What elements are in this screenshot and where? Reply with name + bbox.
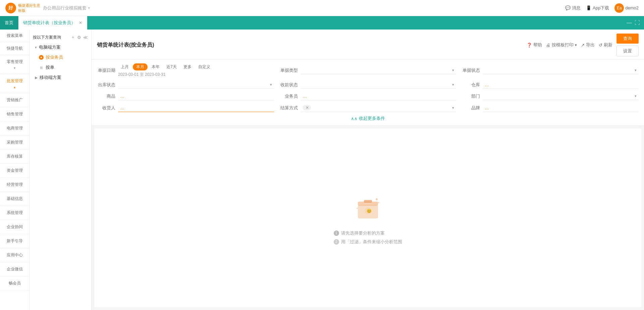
help-btn[interactable]: ❓ 帮助 bbox=[527, 42, 542, 48]
wholesale-arrow: ▴ bbox=[14, 85, 15, 89]
goods-dots: … bbox=[120, 94, 124, 99]
svg-point-6 bbox=[378, 202, 379, 203]
date-tab-this-month[interactable]: 本月 bbox=[133, 63, 148, 70]
template-print-btn[interactable]: 🖨 按模板打印 ▾ bbox=[546, 42, 577, 48]
breadcrumb: 办公用品行业模拟账套 ▾ bbox=[43, 5, 90, 11]
sidebar-item-ecommerce[interactable]: 电商管理 bbox=[0, 121, 29, 136]
tab-bar-actions: — ⛶ bbox=[627, 20, 644, 26]
sidebar-item-quick-nav[interactable]: 快捷导航 bbox=[0, 42, 29, 55]
content-area: 销货单统计表(按业务员) ❓ 帮助 🖨 按模板打印 ▾ ↗ 导出 ↺ 刷新 bbox=[92, 30, 644, 310]
sidebar-item-wechat[interactable]: 企业微信 bbox=[0, 262, 29, 276]
sidebar-item-app-center[interactable]: 应用中心 bbox=[0, 248, 29, 262]
page-title: 销货单统计表(按业务员) bbox=[97, 42, 154, 49]
sidebar-item-search-menu[interactable]: 搜索菜单 bbox=[0, 30, 29, 42]
settings-scheme-icon[interactable]: ⚙ bbox=[77, 35, 81, 40]
avatar: Ea bbox=[614, 3, 624, 13]
sidebar-item-marketing[interactable]: 营销推广 bbox=[0, 93, 29, 107]
newbie-label: 新手引导 bbox=[7, 238, 23, 244]
export-btn[interactable]: ↗ 导出 bbox=[581, 42, 595, 48]
sidebar-item-sales[interactable]: 销售管理 bbox=[0, 107, 29, 121]
payment-item: 结算方式 ✕ ▾ bbox=[279, 104, 457, 112]
message-btn[interactable]: 💬 消息 bbox=[565, 5, 581, 11]
quick-nav-label: 快捷导航 bbox=[3, 46, 26, 51]
empty-tips: 1 请先选择要分析的方案 2 用「过滤」条件来缩小分析范围 bbox=[334, 229, 402, 246]
sidebar-item-finance[interactable]: 资金管理 bbox=[0, 164, 29, 178]
sidebar-item-retail[interactable]: 零售管理 ▾ bbox=[0, 55, 29, 74]
svg-point-7 bbox=[357, 208, 358, 209]
warehouse-input[interactable]: … bbox=[483, 81, 639, 89]
date-tab-last-month[interactable]: 上月 bbox=[118, 63, 131, 70]
receipt-status-select[interactable]: ▾ bbox=[301, 81, 457, 89]
user-avatar-btn[interactable]: Ea demo2 bbox=[614, 3, 639, 13]
doc-type-select[interactable]: ▾ bbox=[301, 67, 457, 74]
tip-text-1: 请先选择要分析的方案 bbox=[341, 229, 385, 238]
date-tabs: 上月 本月 本年 近7天 更多 自定义 bbox=[118, 63, 274, 70]
tab-expand-icon[interactable]: ⛶ bbox=[635, 20, 640, 26]
brand-input[interactable]: … bbox=[483, 104, 639, 112]
tab-minimize-icon[interactable]: — bbox=[627, 20, 632, 26]
panel-title: 按以下方案查询 bbox=[33, 35, 61, 40]
message-label: 消息 bbox=[572, 5, 581, 11]
salesperson-item: 业务员 … bbox=[279, 92, 457, 100]
empty-state: 😊 1 请先选择要分析的方案 2 用「过滤」条件来缩小分析范围 bbox=[94, 128, 641, 307]
goods-input[interactable]: … bbox=[118, 92, 274, 100]
help-icon: ❓ bbox=[527, 43, 532, 48]
retail-label: 零售管理 bbox=[7, 59, 23, 65]
tab-sales-stat[interactable]: 销货单统计表（按业务员） ✕ bbox=[18, 16, 87, 30]
payment-select[interactable]: ✕ ▾ bbox=[301, 104, 457, 112]
refresh-btn[interactable]: ↺ 刷新 bbox=[599, 42, 612, 48]
tree-pc-scheme[interactable]: ▾ 电脑端方案 bbox=[30, 42, 91, 52]
date-filter-item: 单据日期 上月 本月 本年 近7天 更多 自定义 2023-03-01 至 20… bbox=[97, 63, 274, 78]
sidebar-item-system[interactable]: 系统管理 bbox=[0, 206, 29, 220]
sidebar-item-purchase[interactable]: 采购管理 bbox=[0, 136, 29, 150]
sidebar-item-basic[interactable]: 基础信息 bbox=[0, 192, 29, 206]
dept-select[interactable]: ▾ bbox=[483, 93, 639, 100]
salesperson-input[interactable]: … bbox=[301, 92, 457, 100]
brand-label: 品牌 bbox=[462, 105, 480, 111]
query-button[interactable]: 查询 bbox=[616, 34, 639, 44]
empty-illustration: 😊 bbox=[351, 190, 385, 223]
doc-type-item: 单据类型 ▾ bbox=[279, 67, 457, 74]
doc-type-label: 单据类型 bbox=[279, 67, 298, 73]
payment-tag-close[interactable]: ✕ bbox=[306, 105, 309, 110]
consignee-input[interactable]: … bbox=[118, 104, 274, 112]
active-dot-icon: ● bbox=[39, 55, 44, 60]
tab-close-icon[interactable]: ✕ bbox=[79, 20, 82, 25]
sidebar-item-operation[interactable]: 经营管理 bbox=[0, 178, 29, 192]
message-icon: 💬 bbox=[565, 5, 571, 10]
date-tab-this-year[interactable]: 本年 bbox=[149, 63, 162, 70]
tree-mobile-label: 移动端方案 bbox=[40, 74, 61, 81]
sidebar-item-inventory[interactable]: 库存核算 bbox=[0, 150, 29, 164]
panel-header-icons: ＋ ⚙ ≪ bbox=[71, 34, 88, 40]
username-label: demo2 bbox=[625, 5, 639, 10]
dept-item: 部门 ▾ bbox=[462, 93, 639, 100]
left-panel: 按以下方案查询 ＋ ⚙ ≪ ▾ 电脑端方案 ● 按业务员 ⊞ 按单 ▶ 移动端方… bbox=[30, 30, 92, 310]
tree-by-salesperson[interactable]: ● 按业务员 bbox=[30, 52, 91, 62]
salesperson-label: 业务员 bbox=[279, 93, 298, 99]
out-status-select[interactable]: ▾ bbox=[118, 81, 274, 89]
receipt-status-arrow: ▾ bbox=[452, 83, 454, 87]
sidebar-item-wholesale[interactable]: 批发管理 ▴ bbox=[0, 74, 29, 93]
dept-label: 部门 bbox=[462, 93, 480, 99]
date-tab-custom[interactable]: 自定义 bbox=[196, 63, 213, 70]
main-layout: 搜索菜单 快捷导航 零售管理 ▾ 批发管理 ▴ 营销推广 销售管理 电商管理 采… bbox=[0, 30, 644, 310]
settings-button[interactable]: 设置 bbox=[616, 46, 639, 56]
tab-home[interactable]: 首页 bbox=[0, 16, 18, 30]
date-tab-last7days[interactable]: 近7天 bbox=[164, 63, 179, 70]
app-download-btn[interactable]: 📱 App下载 bbox=[586, 5, 609, 11]
tree-by-order[interactable]: ⊞ 按单 bbox=[30, 62, 91, 72]
date-tab-more[interactable]: 更多 bbox=[181, 63, 194, 70]
date-control: 上月 本月 本年 近7天 更多 自定义 2023-03-01 至 2023-03… bbox=[118, 63, 274, 78]
add-scheme-icon[interactable]: ＋ bbox=[71, 34, 75, 40]
doc-status-select[interactable]: ▾ bbox=[483, 67, 639, 74]
collapse-up-icon: ∧∧ bbox=[351, 116, 358, 121]
by-order-label: 按单 bbox=[46, 64, 54, 70]
top-header: 好 畅捷通好生意 标版 办公用品行业模拟账套 ▾ 💬 消息 📱 App下载 Ea… bbox=[0, 0, 644, 16]
collapse-panel-icon[interactable]: ≪ bbox=[83, 35, 88, 40]
sidebar-item-member[interactable]: 畅会员 bbox=[0, 276, 29, 291]
collapse-btn[interactable]: ∧∧ 收起更多条件 bbox=[97, 115, 639, 121]
sidebar-item-newbie[interactable]: 新手引导 bbox=[0, 234, 29, 248]
sidebar-item-enterprise[interactable]: 企业协同 bbox=[0, 220, 29, 234]
tree-mobile-scheme[interactable]: ▶ 移动端方案 bbox=[30, 72, 91, 83]
query-btn-area: 查询 设置 bbox=[616, 34, 639, 56]
